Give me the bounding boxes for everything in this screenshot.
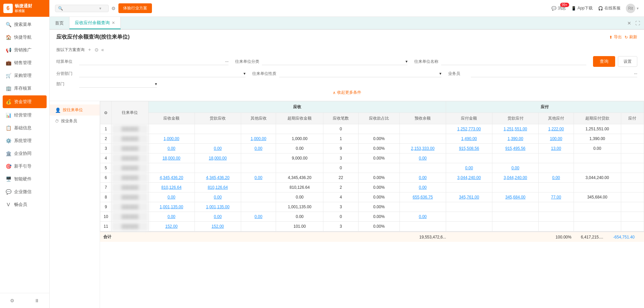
row-cell[interactable]: 0.00 — [195, 144, 241, 153]
row-cell[interactable] — [399, 222, 446, 231]
row-cell[interactable] — [446, 222, 492, 231]
row-cell[interactable]: 0.00 — [399, 183, 446, 192]
dept-manager-select[interactable]: ▾ — [79, 70, 246, 77]
collapse-filter-button[interactable]: ∧ 收起更多条件 — [56, 88, 637, 97]
row-cell[interactable] — [446, 202, 492, 212]
maximize-icon[interactable]: ⛶ — [635, 20, 640, 26]
row-cell[interactable]: 810,126.64 — [195, 183, 241, 192]
row-cell[interactable]: 810,126.64 — [148, 183, 195, 192]
dept-select[interactable]: ▾ — [79, 81, 157, 88]
row-cell[interactable]: 152.00 — [148, 222, 195, 231]
row-cell[interactable] — [539, 212, 574, 222]
left-panel-by-partner[interactable]: 👤 按往来单位 — [50, 104, 100, 116]
filter-collapse-icon[interactable]: « — [101, 47, 104, 52]
sidebar-item-marketing[interactable]: 📢 营销推广 — [0, 44, 49, 56]
row-cell[interactable]: 3,044,240.00 — [492, 173, 538, 183]
row-cell[interactable] — [446, 153, 492, 163]
partner-name-input[interactable] — [441, 58, 586, 65]
row-cell[interactable]: 1,252,773.00 — [446, 124, 492, 134]
row-cell[interactable] — [241, 183, 276, 192]
row-cell[interactable]: 345,761.00 — [446, 192, 492, 202]
row-cell[interactable]: 0.00 — [195, 192, 241, 202]
app-download-button[interactable]: 📱 App下载 — [571, 5, 593, 11]
close-window-icon[interactable]: ✕ — [627, 20, 631, 26]
filter-settings-icon[interactable]: ⊙ — [95, 47, 99, 52]
header-search-box[interactable]: 🔍 ▾ — [55, 5, 109, 12]
row-cell[interactable] — [195, 163, 241, 173]
row-cell[interactable]: 18,000.00 — [195, 153, 241, 163]
row-cell[interactable]: 915,495.56 — [492, 144, 538, 153]
row-cell[interactable]: 0.00 — [241, 212, 276, 222]
refresh-button[interactable]: ↻ 刷新 — [625, 34, 637, 40]
row-cell[interactable]: 0.00 — [399, 173, 446, 183]
row-cell[interactable]: 1,490.00 — [446, 134, 492, 144]
row-cell[interactable] — [241, 222, 276, 231]
row-cell[interactable] — [195, 134, 241, 144]
row-cell[interactable]: 77.00 — [539, 192, 574, 202]
row-cell[interactable]: 3,044,240.00 — [446, 173, 492, 183]
row-cell[interactable]: 2,153,333.00 — [399, 144, 446, 153]
sidebar-item-member[interactable]: V 畅会员 — [0, 198, 49, 211]
row-cell[interactable] — [241, 124, 276, 134]
row-cell[interactable] — [539, 202, 574, 212]
row-cell[interactable]: 1,251,551.00 — [492, 124, 538, 134]
sidebar-item-wechat[interactable]: 💬 企业微信 — [0, 185, 49, 198]
row-cell[interactable]: 0.00 — [195, 212, 241, 222]
row-cell[interactable]: 1,000.00 — [241, 134, 276, 144]
user-avatar-area[interactable]: Rit ▾ — [626, 4, 639, 13]
row-cell[interactable] — [446, 212, 492, 222]
row-cell[interactable]: 345,684.00 — [492, 192, 538, 202]
partner-category-select[interactable]: ▾ — [262, 58, 407, 65]
sidebar-item-sales[interactable]: 💼 销售管理 — [0, 56, 49, 69]
sidebar-item-corp[interactable]: 🏛️ 企业协同 — [0, 147, 49, 160]
row-cell[interactable] — [148, 163, 195, 173]
row-cell[interactable]: 13.00 — [539, 144, 574, 153]
row-cell[interactable] — [195, 124, 241, 134]
row-cell[interactable]: 0.00 — [399, 212, 446, 222]
online-service-button[interactable]: 🎧 在线客服 — [598, 5, 621, 11]
row-cell[interactable] — [148, 124, 195, 134]
row-cell[interactable]: 4,345,436.20 — [195, 173, 241, 183]
settings-icon[interactable]: ⚙ — [104, 111, 108, 115]
left-panel-by-salesperson[interactable]: ⏱ 按业务员 — [50, 116, 100, 127]
row-cell[interactable] — [492, 212, 538, 222]
row-cell[interactable]: 0.00 — [539, 173, 574, 183]
tab-balance-query[interactable]: 应收应付余额查询 ✕ — [69, 17, 121, 29]
row-cell[interactable]: 915,508.56 — [446, 144, 492, 153]
settings-bottom-btn[interactable]: ⚙ — [8, 296, 16, 305]
sidebar-item-purchase[interactable]: 🛒 采购管理 — [0, 69, 49, 82]
row-cell[interactable]: 100.00 — [539, 134, 574, 144]
sidebar-item-quick-nav[interactable]: 🏠 快捷导航 — [0, 31, 49, 44]
row-cell[interactable]: 0.00 — [446, 163, 492, 173]
row-cell[interactable] — [539, 183, 574, 192]
row-cell[interactable]: 655,636.75 — [399, 192, 446, 202]
row-cell[interactable] — [241, 202, 276, 212]
add-filter-button[interactable]: ＋ — [87, 47, 92, 53]
header-search-input[interactable] — [64, 6, 98, 11]
collapse-bottom-btn[interactable]: ⏸ — [33, 296, 41, 305]
row-cell[interactable] — [492, 202, 538, 212]
partner-nature-select[interactable]: ▾ — [279, 70, 441, 77]
sidebar-item-hardware[interactable]: 🖥️ 智能硬件 — [0, 173, 49, 185]
query-button[interactable]: 查询 — [593, 56, 615, 67]
sidebar-item-finance[interactable]: 💰 资金管理 — [3, 95, 47, 108]
row-cell[interactable]: 0.00 — [492, 163, 538, 173]
set-button[interactable]: 设置 — [618, 56, 637, 67]
sidebar-item-warehouse[interactable]: 🏢 库存核算 — [0, 82, 49, 95]
row-cell[interactable] — [241, 153, 276, 163]
row-cell[interactable] — [241, 192, 276, 202]
row-cell[interactable] — [399, 202, 446, 212]
row-cell[interactable]: 1,000.00 — [148, 134, 195, 144]
row-cell[interactable] — [241, 163, 276, 173]
row-cell[interactable]: 0.00 — [241, 173, 276, 183]
row-cell[interactable] — [539, 153, 574, 163]
row-cell[interactable]: 18,000.00 — [148, 153, 195, 163]
row-cell[interactable]: 0.00 — [148, 192, 195, 202]
sidebar-item-guide[interactable]: 🎯 新手引导 — [0, 160, 49, 173]
tab-close-icon[interactable]: ✕ — [112, 20, 115, 25]
sidebar-item-operations[interactable]: 📊 经营管理 — [0, 109, 49, 122]
row-cell[interactable]: 0.00 — [241, 144, 276, 153]
row-cell[interactable] — [492, 153, 538, 163]
settlement-select[interactable]: ··· — [79, 58, 228, 65]
sidebar-item-search[interactable]: 🔍 搜索菜单 — [0, 18, 49, 31]
